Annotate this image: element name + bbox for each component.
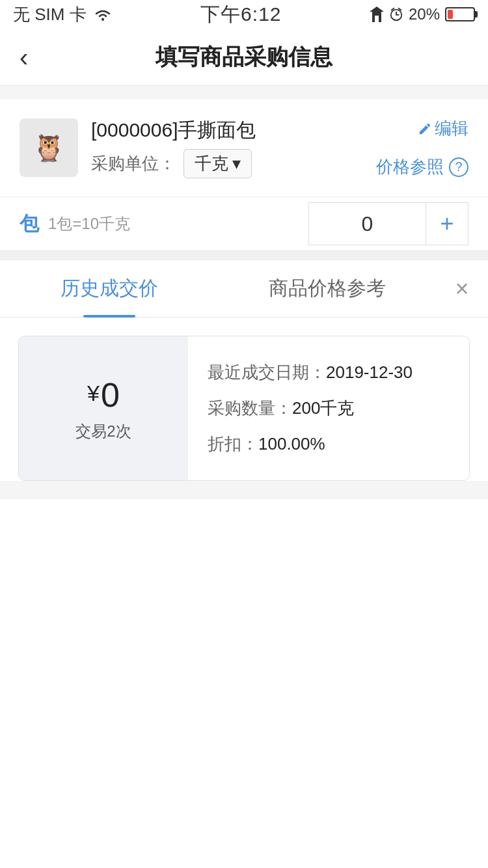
help-icon[interactable]: ?: [449, 157, 468, 177]
yen-symbol: ¥: [87, 381, 100, 406]
tab-price-ref-label: 商品价格参考: [269, 275, 386, 302]
location-icon: [370, 7, 384, 22]
discount-value: 100.00%: [258, 434, 325, 454]
alarm-icon: [389, 7, 403, 22]
dropdown-arrow: ▾: [232, 154, 241, 174]
tab-history-label: 历史成交价: [61, 275, 158, 302]
recent-date-row: 最近成交日期：2019-12-30: [208, 360, 450, 385]
svg-point-0: [102, 18, 104, 21]
history-detail-panel: 最近成交日期：2019-12-30 采购数量：200千克 折扣：100.00%: [188, 336, 469, 480]
bottom-panel: 历史成交价 商品价格参考 × ¥ 0 交易2次 最近成交日期：2019-12-3…: [0, 260, 488, 481]
tab-history-price[interactable]: 历史成交价: [0, 260, 218, 318]
product-image: 🦉: [20, 118, 78, 177]
carrier-text: 无 SIM 卡: [13, 3, 87, 26]
product-unit-row: 采购单位： 千克 ▾: [91, 149, 256, 178]
recent-date-value: 2019-12-30: [326, 362, 413, 382]
quantity-plus-button[interactable]: +: [426, 202, 468, 245]
price-ref-label: 价格参照: [376, 156, 444, 178]
unit-hint: 1包=10千克: [48, 213, 130, 234]
close-icon: ×: [455, 275, 468, 303]
price-value: 0: [101, 375, 120, 414]
discount-row: 折扣：100.00%: [208, 431, 450, 457]
quantity-control: +: [308, 202, 468, 245]
discount-label: 折扣：: [208, 434, 258, 454]
unit-label: 采购单位：: [91, 152, 176, 175]
tab-row: 历史成交价 商品价格参考 ×: [0, 260, 488, 318]
product-id: [0000006]: [91, 119, 178, 141]
history-price-display: ¥ 0: [87, 375, 120, 414]
edit-button[interactable]: 编辑: [418, 117, 468, 140]
battery-level: [448, 10, 453, 19]
battery-percent: 20%: [409, 5, 440, 23]
edit-label: 编辑: [435, 117, 468, 140]
history-card: ¥ 0 交易2次 最近成交日期：2019-12-30 采购数量：200千克 折扣…: [18, 336, 470, 481]
status-right: 20%: [370, 5, 475, 23]
section-divider: [0, 250, 488, 260]
history-price-panel: ¥ 0 交易2次: [19, 336, 188, 480]
page-bottom: [0, 499, 488, 868]
nav-bar: ‹ 填写商品采购信息: [0, 29, 488, 86]
trade-count: 交易2次: [75, 421, 131, 442]
status-time: 下午6:12: [200, 1, 281, 28]
quantity-label: 包 1包=10千克: [20, 211, 130, 237]
product-thumbnail: 🦉: [33, 133, 65, 163]
product-name: 手撕面包: [178, 119, 256, 141]
purchase-quantity-label: 采购数量：: [208, 398, 292, 418]
tab-product-price-ref[interactable]: 商品价格参考: [218, 260, 436, 318]
product-right-actions: 编辑 价格参照 ?: [376, 117, 468, 178]
tab-close-button[interactable]: ×: [436, 275, 488, 303]
product-info: [0000006]手撕面包 采购单位： 千克 ▾: [91, 117, 256, 178]
plus-icon: +: [440, 210, 454, 237]
product-card: 🦉 [0000006]手撕面包 采购单位： 千克 ▾: [0, 99, 488, 197]
unit-dropdown[interactable]: 千克 ▾: [183, 149, 252, 178]
quantity-input[interactable]: [308, 202, 426, 245]
unit-value: 千克: [195, 152, 228, 175]
battery-icon: [445, 7, 475, 21]
product-left: 🦉 [0000006]手撕面包 采购单位： 千克 ▾: [20, 117, 256, 178]
status-left: 无 SIM 卡: [13, 3, 113, 26]
purchase-quantity-value: 200千克: [292, 398, 354, 418]
page-title: 填写商品采购信息: [156, 42, 332, 72]
status-bar: 无 SIM 卡 下午6:12 20%: [0, 0, 488, 29]
tab-underline: [83, 315, 135, 318]
product-id-name: [0000006]手撕面包: [91, 117, 256, 144]
bag-icon: 包: [20, 211, 39, 237]
product-header: 🦉 [0000006]手撕面包 采购单位： 千克 ▾: [20, 117, 468, 178]
help-label: ?: [455, 159, 462, 174]
wifi-icon: [93, 7, 113, 21]
quantity-section: 包 1包=10千克 +: [0, 198, 488, 250]
back-button[interactable]: ‹: [20, 44, 28, 70]
price-ref-button[interactable]: 价格参照 ?: [376, 156, 468, 178]
recent-date-label: 最近成交日期：: [208, 362, 326, 382]
edit-icon: [418, 122, 432, 136]
quantity-row: 采购数量：200千克: [208, 396, 450, 421]
